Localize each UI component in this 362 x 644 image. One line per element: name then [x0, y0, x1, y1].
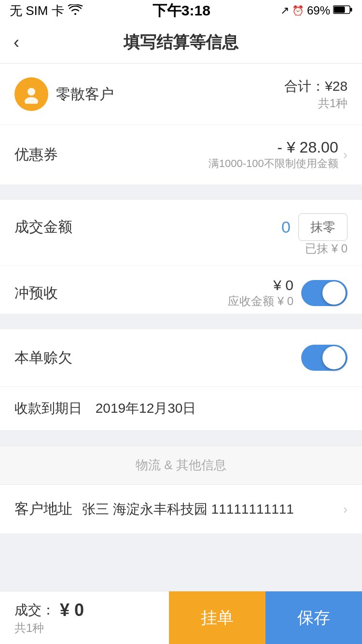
transaction-main: 成交金额 0 抹零: [14, 213, 348, 241]
coupon-amount: - ¥ 28.00: [209, 139, 338, 156]
logistics-label: 物流 & 其他信息: [136, 458, 226, 472]
wifi-icon: [68, 3, 83, 18]
due-label: 收款到期日: [14, 401, 82, 416]
toggle-knob: [322, 281, 346, 305]
nav-bar: ‹ 填写结算等信息: [0, 21, 362, 64]
coupon-chevron-icon: ›: [343, 147, 348, 163]
debt-section: 本单赊欠 收款到期日 2019年12月30日: [0, 329, 362, 430]
status-bar: 无 SIM 卡 下午3:18 ↗ ⏰ 69%: [0, 0, 362, 21]
section-divider-3: [0, 438, 362, 446]
bottom-summary: 成交： ¥ 0 共1种: [0, 600, 169, 636]
debt-label: 本单赊欠: [14, 348, 72, 368]
logistics-section: 物流 & 其他信息 客户地址 张三 海淀永丰科技园 11111111111 ›: [0, 446, 362, 533]
customer-avatar: [14, 77, 48, 111]
coupon-desc: 满1000-100不限制使用金额: [209, 156, 338, 171]
transaction-sub: 已抹 ¥ 0: [0, 241, 362, 265]
bottom-summary-top: 成交： ¥ 0: [14, 600, 154, 620]
prepay-row: 冲预收 ¥ 0 应收金额 ¥ 0: [0, 266, 362, 314]
prepay-amount-block: ¥ 0 应收金额 ¥ 0: [228, 277, 293, 309]
transaction-row: 成交金额 0 抹零: [0, 200, 362, 241]
svg-point-4: [25, 97, 38, 104]
customer-total: 合计：¥28 共1种: [284, 77, 348, 111]
due-date: 2019年12月30日: [96, 401, 196, 416]
prepay-right: ¥ 0 应收金额 ¥ 0: [228, 277, 348, 309]
section-divider-1: [0, 192, 362, 200]
customer-row: 零散客户 合计：¥28 共1种: [0, 64, 362, 125]
status-time: 下午3:18: [153, 1, 210, 21]
debt-toggle-knob: [322, 346, 346, 369]
prepay-toggle[interactable]: [301, 280, 348, 306]
total-count: 共1种: [284, 96, 348, 111]
svg-point-3: [28, 88, 35, 96]
bottom-summary-label: 成交：: [14, 601, 55, 619]
section-divider-2: [0, 322, 362, 329]
nav-title: 填写结算等信息: [124, 31, 238, 54]
address-key: 客户地址: [14, 499, 82, 519]
address-value: 张三 海淀永丰科技园 11111111111: [82, 500, 343, 518]
bottom-amount: ¥ 0: [60, 600, 84, 620]
debt-row: 本单赊欠: [0, 329, 362, 386]
back-button[interactable]: ‹: [14, 32, 19, 53]
status-right: ↗ ⏰ 69%: [280, 4, 352, 17]
customer-name: 零散客户: [56, 84, 114, 104]
battery-percent: 69%: [307, 4, 330, 17]
debt-toggle[interactable]: [301, 345, 348, 371]
svg-rect-1: [350, 8, 352, 12]
address-row[interactable]: 客户地址 张三 海淀永丰科技园 11111111111 ›: [0, 485, 362, 533]
coupon-label: 优惠券: [14, 145, 58, 165]
address-chevron-icon: ›: [343, 502, 348, 517]
prepay-label: 冲预收: [14, 283, 58, 303]
transaction-section: 成交金额 0 抹零 已抹 ¥ 0 冲预收 ¥ 0 应收金额 ¥ 0: [0, 200, 362, 314]
bottom-bar: 成交： ¥ 0 共1种 挂单 保存: [0, 591, 362, 644]
round-zero-button[interactable]: 抹零: [298, 213, 348, 241]
coupon-right: - ¥ 28.00 满1000-100不限制使用金额 ›: [209, 139, 348, 171]
customer-section: 零散客户 合计：¥28 共1种 优惠券 - ¥ 28.00 满1000-100不…: [0, 64, 362, 184]
customer-left: 零散客户: [14, 77, 114, 111]
save-button[interactable]: 保存: [265, 591, 362, 644]
transaction-label: 成交金额: [14, 217, 72, 237]
status-left: 无 SIM 卡: [10, 2, 83, 19]
total-amount: 合计：¥28: [284, 77, 348, 96]
no-sim-text: 无 SIM 卡: [10, 2, 64, 19]
logistics-divider: 物流 & 其他信息: [0, 446, 362, 485]
pending-button[interactable]: 挂单: [169, 591, 265, 644]
bottom-count: 共1种: [14, 620, 154, 636]
coupon-info: - ¥ 28.00 满1000-100不限制使用金额: [209, 139, 338, 171]
transaction-value-wrap: 0 抹零: [262, 213, 348, 241]
due-date-row: 收款到期日 2019年12月30日: [0, 386, 362, 430]
svg-rect-2: [334, 7, 345, 13]
prepay-amount: ¥ 0: [228, 277, 293, 294]
location-icon: ↗: [280, 4, 289, 17]
coupon-row[interactable]: 优惠券 - ¥ 28.00 满1000-100不限制使用金额 ›: [0, 125, 362, 184]
alarm-icon: ⏰: [292, 5, 304, 16]
transaction-amount[interactable]: 0: [262, 218, 291, 237]
battery-icon: [333, 4, 352, 17]
prepay-section: 冲预收 ¥ 0 应收金额 ¥ 0: [0, 265, 362, 314]
prepay-sub: 应收金额 ¥ 0: [228, 294, 293, 309]
